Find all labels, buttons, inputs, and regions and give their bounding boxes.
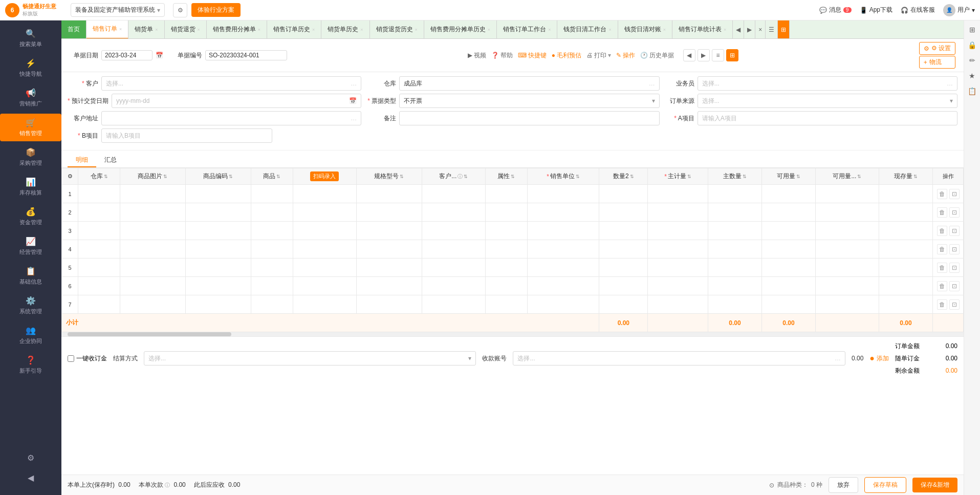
tab-summary[interactable]: 汇总 [96, 154, 125, 167]
discard-btn[interactable]: 放弃 [829, 477, 858, 493]
prev-record-btn[interactable]: ◀ [683, 49, 695, 61]
sidebar-item-operations[interactable]: 📈 经营管理 [0, 232, 61, 260]
tab-order-stats[interactable]: 销售订单统计表 × [672, 20, 733, 39]
settings-btn[interactable]: ⚙ [173, 3, 187, 17]
one-click-checkbox-label[interactable]: 一键收订金 [68, 354, 107, 363]
form-add-btn[interactable]: + 物流 [919, 56, 955, 69]
list-view-btn[interactable]: ≡ [712, 49, 724, 61]
row-delete-btn[interactable]: 🗑 [937, 244, 947, 254]
scan-btn[interactable]: 扫码录入 [310, 171, 339, 181]
account-select[interactable]: 选择... … [513, 351, 845, 365]
customer-input[interactable]: 选择... … [101, 76, 361, 91]
b-project-input[interactable]: 请输入B项目 [101, 128, 272, 143]
staff-input[interactable]: 选择... … [698, 76, 957, 91]
system-selector[interactable]: 装备及固定资产辅助管理系统 ▾ [71, 3, 165, 17]
profit-action[interactable]: ● 毛利预估 [552, 51, 581, 60]
add-item-btn[interactable]: ● 添加 [869, 354, 889, 363]
row-copy-btn[interactable]: ⊡ [949, 299, 960, 310]
order-source-select[interactable]: 选择... ▾ [698, 94, 957, 108]
sidebar-item-basic-info[interactable]: 📋 基础信息 [0, 262, 61, 290]
form-settings-btn[interactable]: ⚙ ⚙ 设置 [919, 42, 955, 55]
right-panel-icon-3[interactable]: ✏ [965, 53, 979, 68]
tab-fee-history[interactable]: 销售费用分摊单历史 × [424, 20, 497, 39]
shortcut-action[interactable]: ⌨ 快捷键 [518, 51, 547, 60]
tab-cash-goods[interactable]: 钱货日清工作台 × [557, 20, 618, 39]
scrollbar-thumb[interactable] [68, 332, 231, 336]
industry-btn[interactable]: 体验行业方案 [191, 3, 241, 17]
row-copy-btn[interactable]: ⊡ [949, 281, 960, 291]
tab-sales-return[interactable]: 销货退货 × [165, 20, 207, 39]
tab-nav-next[interactable]: ▶ [744, 20, 755, 39]
random-order-label: 随单订金 [895, 352, 920, 364]
scrollbar-track[interactable] [61, 332, 964, 336]
tab-sales-order[interactable]: 销售订单 × [86, 20, 128, 39]
one-click-checkbox[interactable] [68, 355, 74, 362]
payment-method-select[interactable]: 选择... ▾ [144, 351, 476, 365]
online-service-item[interactable]: 🎧 在线客服 [901, 6, 935, 14]
delivery-date-input[interactable]: yyyy-mm-dd 📅 [112, 94, 361, 108]
sidebar-item-finance[interactable]: 💰 资金管理 [0, 203, 61, 230]
row-delete-btn[interactable]: 🗑 [937, 263, 947, 273]
tab-expand-icon[interactable]: ⊞ [778, 20, 790, 39]
sidebar-item-search[interactable]: 🔍 搜索菜单 [0, 25, 61, 52]
tab-goods-history[interactable]: 销货单历史 × [321, 20, 369, 39]
next-record-btn[interactable]: ▶ [698, 49, 710, 61]
sidebar-item-nav[interactable]: ⚡ 快捷导航 [0, 54, 61, 82]
row-copy-btn[interactable]: ⊡ [949, 226, 960, 236]
row-copy-btn[interactable]: ⊡ [949, 207, 960, 218]
view-action[interactable]: ▶ 视频 [468, 51, 486, 60]
a-project-input[interactable]: 请输入A项目 [698, 111, 957, 125]
tab-order-workbench[interactable]: 销售订单工作台 × [497, 20, 557, 39]
right-panel-icon-5[interactable]: 📋 [965, 84, 979, 98]
save-new-btn[interactable]: 保存&新增 [912, 478, 957, 492]
invoice-select[interactable]: 不开票 ▾ [399, 94, 659, 108]
sidebar-item-sales[interactable]: 🛒 销售管理 [0, 114, 61, 141]
message-item[interactable]: 💬 消息 9 [819, 6, 852, 14]
calendar-icon[interactable]: 📅 [156, 52, 163, 59]
user-item[interactable]: 👤 用户 ▾ [943, 4, 975, 16]
sidebar-item-inventory[interactable]: 📊 库存核算 [0, 173, 61, 201]
operation-action[interactable]: ✎ 操作 [616, 51, 635, 60]
row-delete-btn[interactable]: 🗑 [937, 299, 947, 310]
warehouse-input[interactable]: 成品库 … [399, 76, 659, 91]
note-input[interactable] [399, 111, 659, 125]
help-action[interactable]: ❓ 帮助 [491, 51, 513, 60]
sidebar-item-marketing[interactable]: 📢 营销推广 [0, 84, 61, 112]
sidebar-item-collapse[interactable]: ◀ [0, 469, 61, 487]
save-draft-btn[interactable]: 保存草稿 [864, 477, 906, 493]
row-copy-btn[interactable]: ⊡ [949, 244, 960, 254]
sidebar-item-collab[interactable]: 👥 企业协同 [0, 321, 61, 349]
right-panel-icon-2[interactable]: 🔒 [965, 38, 979, 52]
sidebar-item-settings[interactable]: ⚙ [0, 449, 61, 467]
row-delete-btn[interactable]: 🗑 [937, 226, 947, 236]
right-panel-icon-4[interactable]: ★ [965, 69, 979, 83]
right-panel-icon-1[interactable]: ⊞ [965, 23, 979, 37]
guide-icon: ❓ [26, 355, 36, 365]
tab-home[interactable]: 首页 [61, 20, 86, 39]
tab-cash-reconcile[interactable]: 钱货日清对账 × [618, 20, 672, 39]
tab-sales-order-history[interactable]: 销售订单历史 × [267, 20, 321, 39]
row-copy-btn[interactable]: ⊡ [949, 263, 960, 273]
sidebar-item-guide[interactable]: ❓ 新手引导 [0, 351, 61, 379]
tab-nav-menu[interactable]: ☰ [766, 20, 778, 39]
tab-sales-fee[interactable]: 销售费用分摊单 × [207, 20, 267, 39]
row-copy-btn[interactable]: ⊡ [949, 189, 960, 199]
th-settings[interactable]: ⚙ [62, 168, 78, 185]
num-input[interactable] [205, 50, 287, 60]
tab-return-history[interactable]: 销货退货历史 × [370, 20, 424, 39]
history-action[interactable]: 🕐 历史单据 [640, 51, 674, 60]
tab-nav-close[interactable]: × [755, 20, 766, 39]
app-download-item[interactable]: 📱 App下载 [860, 6, 892, 14]
sidebar-item-purchase[interactable]: 📦 采购管理 [0, 143, 61, 171]
row-delete-btn[interactable]: 🗑 [937, 189, 947, 199]
row-delete-btn[interactable]: 🗑 [937, 207, 947, 218]
tab-nav-prev[interactable]: ◀ [733, 20, 744, 39]
date-input[interactable] [101, 50, 153, 60]
address-input[interactable]: … [101, 111, 361, 125]
sidebar-item-system[interactable]: ⚙️ 系统管理 [0, 292, 61, 319]
grid-view-btn[interactable]: ⊞ [726, 49, 738, 61]
row-delete-btn[interactable]: 🗑 [937, 281, 947, 291]
print-action[interactable]: 🖨 打印 ▾ [586, 51, 611, 60]
tab-sales-goods[interactable]: 销货单 × [128, 20, 164, 39]
tab-detail[interactable]: 明细 [68, 154, 96, 167]
